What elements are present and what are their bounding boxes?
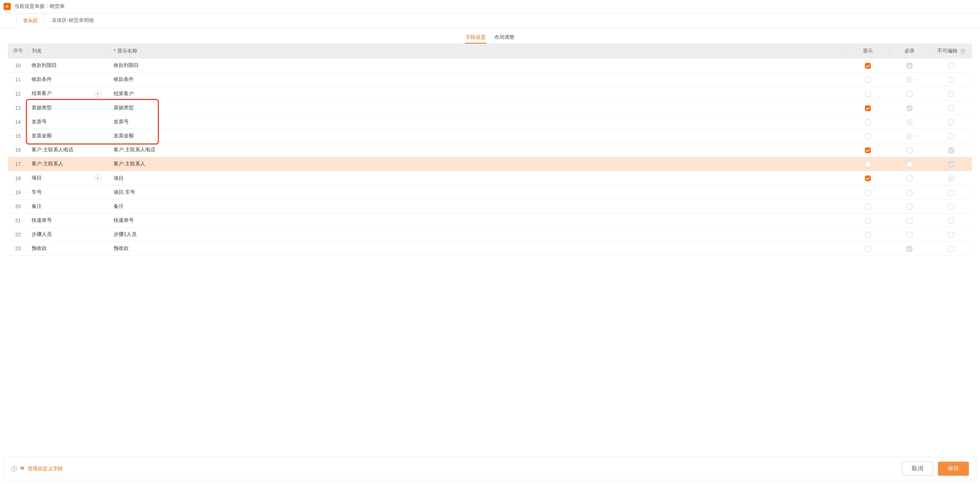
checkbox[interactable] — [907, 91, 912, 97]
checkbox[interactable] — [865, 105, 871, 111]
cell-display-name[interactable]: 备注 — [110, 199, 847, 213]
cell-readonly — [931, 213, 972, 228]
checkbox[interactable] — [907, 218, 912, 224]
col-header-required: 必录 — [889, 43, 931, 59]
checkbox[interactable] — [865, 147, 871, 153]
cell-required — [889, 242, 931, 256]
cell-required — [889, 171, 931, 186]
cell-display-name[interactable]: 结算客户 — [110, 87, 847, 101]
checkbox[interactable] — [907, 147, 912, 153]
table-row: 22步骤人员步骤1人员 — [8, 228, 972, 242]
cell-seq: 16 — [8, 143, 28, 157]
checkbox — [907, 63, 912, 68]
cell-show — [847, 242, 889, 256]
cell-readonly — [931, 129, 972, 143]
checkbox[interactable] — [948, 77, 954, 83]
checkbox — [948, 161, 954, 167]
add-sub-field-button[interactable]: + — [94, 174, 101, 182]
checkbox[interactable] — [907, 204, 912, 210]
cell-show — [847, 228, 889, 242]
cell-show — [847, 59, 889, 73]
cell-display-name[interactable]: 项目 — [110, 171, 847, 186]
cell-seq: 23 — [8, 242, 28, 256]
collapse-panel-button[interactable] — [3, 3, 11, 10]
cell-required — [889, 129, 931, 143]
cell-seq: 13 — [8, 101, 28, 115]
cell-readonly — [931, 242, 972, 256]
cell-required — [889, 199, 931, 213]
cell-display-name[interactable]: 快递单号 — [110, 213, 847, 228]
checkbox[interactable] — [865, 218, 871, 224]
table-row: 20备注备注 — [8, 199, 972, 213]
table-row: 10收款到期日收款到期日 — [8, 59, 972, 73]
cell-display-name[interactable]: 收款条件 — [110, 73, 847, 87]
checkbox — [907, 105, 912, 111]
tab-0[interactable]: 表头区 — [16, 14, 45, 28]
col-header-readonly-label: 不可编辑 — [937, 48, 957, 54]
checkbox[interactable] — [948, 204, 954, 210]
cell-readonly — [931, 171, 972, 186]
checkbox[interactable] — [948, 63, 954, 68]
cell-display-name[interactable]: 收款到期日 — [110, 59, 847, 73]
cell-display-name[interactable]: 票据类型 — [110, 101, 847, 115]
checkbox[interactable] — [865, 204, 871, 210]
checkbox[interactable] — [948, 105, 954, 111]
field-name-label: 收款到期日 — [32, 62, 57, 68]
cell-seq: 20 — [8, 199, 28, 213]
checkbox[interactable] — [865, 175, 871, 181]
checkbox — [907, 119, 912, 125]
subtab-0[interactable]: 字段设置 — [465, 32, 487, 43]
field-name-label: 发票金额 — [32, 133, 52, 139]
topbar: 当前设置单据：销货单 — [0, 0, 980, 13]
cell-seq: 15 — [8, 129, 28, 143]
cell-display-name[interactable]: 步骤1人员 — [110, 228, 847, 242]
cell-show — [847, 157, 889, 171]
help-icon[interactable]: ? — [960, 49, 965, 54]
cell-display-name[interactable]: 客户.主联系人电话 — [110, 143, 847, 157]
cell-readonly — [931, 157, 972, 171]
cell-show — [847, 213, 889, 228]
cell-name: 项目+ — [28, 171, 110, 186]
add-sub-field-button[interactable]: + — [94, 90, 101, 97]
table-row: 21快递单号快递单号 — [8, 213, 972, 228]
field-name-label: 项目 — [32, 175, 42, 180]
cell-display-name[interactable]: 预收款 — [110, 242, 847, 256]
checkbox[interactable] — [865, 161, 871, 167]
cell-required — [889, 101, 931, 115]
checkbox — [907, 77, 912, 83]
checkbox[interactable] — [948, 134, 954, 139]
field-config-table: 序号 列名 *显示名称 显示 必录 不可编辑 ? 10收款到期日收款到期日11收… — [8, 43, 972, 256]
checkbox[interactable] — [865, 246, 871, 252]
checkbox[interactable] — [865, 232, 871, 238]
cell-show — [847, 73, 889, 87]
checkbox[interactable] — [948, 190, 954, 196]
cell-required — [889, 73, 931, 87]
cell-name: 发票金额 — [28, 129, 110, 143]
checkbox[interactable] — [907, 175, 912, 181]
subtab-1[interactable]: 布局调整 — [493, 32, 515, 43]
cell-display-name[interactable]: 发票金额 — [110, 129, 847, 143]
checkbox[interactable] — [907, 190, 912, 196]
col-header-display: *显示名称 — [110, 43, 847, 59]
checkbox[interactable] — [948, 91, 954, 97]
checkbox[interactable] — [865, 91, 871, 97]
checkbox[interactable] — [865, 134, 871, 139]
checkbox[interactable] — [907, 232, 912, 238]
cell-display-name[interactable]: 发票号 — [110, 115, 847, 129]
cell-display-name[interactable]: 客户.主联系人 — [110, 157, 847, 171]
cell-seq: 10 — [8, 59, 28, 73]
checkbox — [948, 175, 954, 181]
cell-display-name[interactable]: 项目.车号 — [110, 186, 847, 199]
checkbox[interactable] — [865, 77, 871, 83]
checkbox[interactable] — [865, 63, 871, 68]
tab-1[interactable]: 表体区-销货单明细 — [45, 13, 101, 27]
checkbox[interactable] — [948, 246, 954, 252]
checkbox[interactable] — [865, 119, 871, 125]
checkbox[interactable] — [948, 119, 954, 125]
checkbox[interactable] — [948, 218, 954, 224]
cell-show — [847, 171, 889, 186]
checkbox[interactable] — [948, 232, 954, 238]
checkbox[interactable] — [865, 190, 871, 196]
cell-required — [889, 228, 931, 242]
checkbox[interactable] — [907, 161, 912, 167]
